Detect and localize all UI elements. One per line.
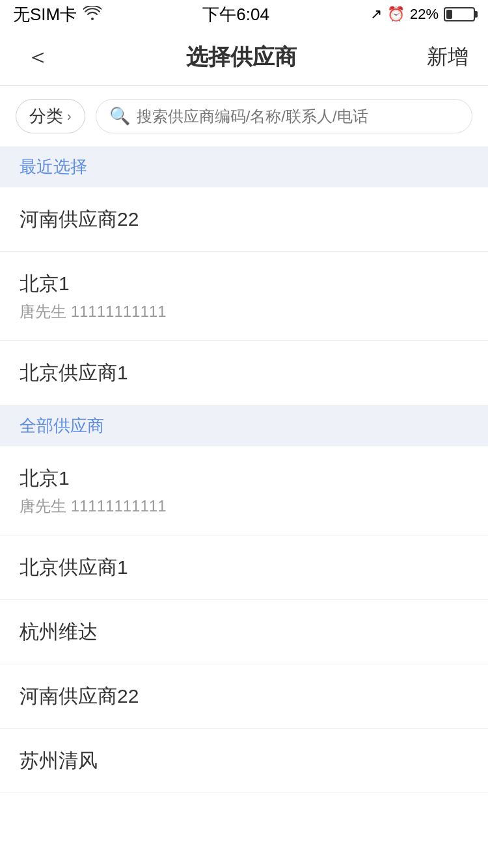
item-name: 杭州维达 [20, 618, 468, 645]
search-icon: 🔍 [109, 106, 130, 126]
list-item[interactable]: 北京供应商1 [0, 536, 488, 600]
status-bar: 无SIM卡 下午6:04 ↗ ⏰ 22% [0, 0, 488, 29]
item-sub: 唐先生 11111111111 [20, 301, 468, 322]
item-name: 河南供应商22 [20, 683, 468, 710]
item-name: 北京1 [20, 270, 468, 297]
status-right: ↗ ⏰ 22% [370, 6, 475, 23]
all-section-header: 全部供应商 [0, 405, 488, 446]
item-name: 北京供应商1 [20, 359, 468, 387]
list-item[interactable]: 苏州清风 [0, 729, 488, 793]
category-button[interactable]: 分类 › [16, 99, 85, 133]
search-box[interactable]: 🔍 [96, 99, 472, 133]
all-list: 北京1唐先生 11111111111北京供应商1杭州维达河南供应商22苏州清风 [0, 446, 488, 793]
list-item[interactable]: 杭州维达 [0, 600, 488, 664]
wifi-icon [83, 5, 102, 25]
filter-bar: 分类 › 🔍 [0, 86, 488, 146]
location-icon: ↗ [370, 6, 382, 23]
status-time: 下午6:04 [202, 3, 269, 26]
list-item[interactable]: 北京1唐先生 11111111111 [0, 252, 488, 341]
list-item[interactable]: 北京1唐先生 11111111111 [0, 446, 488, 536]
page-title: 选择供应商 [186, 42, 297, 72]
item-name: 河南供应商22 [20, 206, 468, 233]
category-label: 分类 [29, 105, 63, 128]
list-item[interactable]: 河南供应商22 [0, 187, 488, 252]
recent-list: 河南供应商22北京1唐先生 11111111111北京供应商1 [0, 187, 488, 405]
search-input[interactable] [137, 107, 459, 126]
item-sub: 唐先生 11111111111 [20, 496, 468, 517]
item-name: 苏州清风 [20, 747, 468, 774]
alarm-icon: ⏰ [387, 6, 405, 23]
add-button[interactable]: 新增 [427, 43, 468, 72]
item-name: 北京供应商1 [20, 554, 468, 581]
battery-icon [444, 7, 475, 21]
item-name: 北京1 [20, 465, 468, 492]
carrier-text: 无SIM卡 [13, 3, 77, 26]
chevron-right-icon: › [67, 109, 72, 124]
recent-section-header: 最近选择 [0, 146, 488, 187]
nav-bar: ＜ 选择供应商 新增 [0, 29, 488, 86]
status-left: 无SIM卡 [13, 3, 102, 26]
back-button[interactable]: ＜ [20, 34, 56, 79]
list-item[interactable]: 河南供应商22 [0, 664, 488, 729]
battery-percent: 22% [410, 6, 439, 23]
list-item[interactable]: 北京供应商1 [0, 341, 488, 405]
